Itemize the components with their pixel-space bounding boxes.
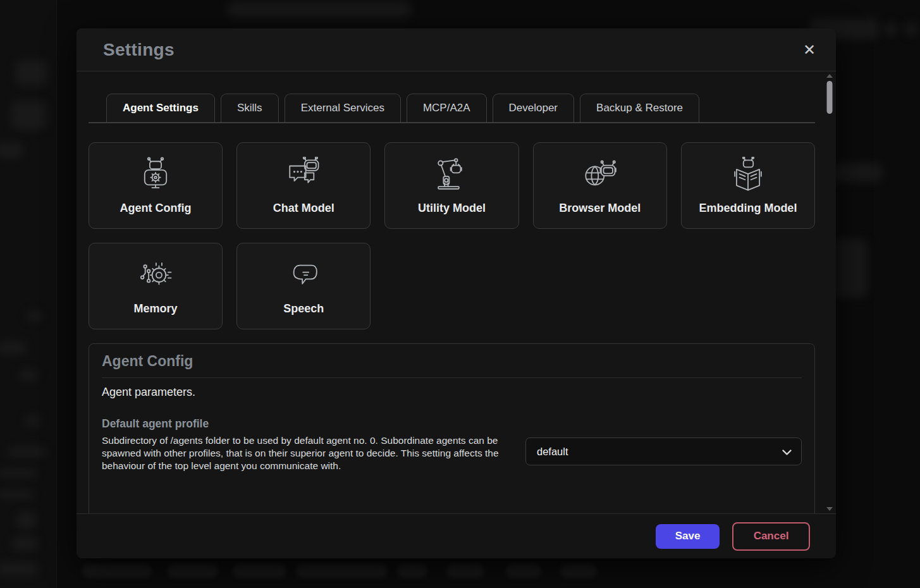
card-utility-model[interactable]: Utility Model [384, 142, 518, 229]
blurred-background-element [0, 142, 23, 158]
modal-scrollbar[interactable] [825, 73, 834, 512]
scrollbar-thumb[interactable] [826, 81, 832, 114]
circuit-gear-icon [137, 257, 174, 297]
blurred-background-element [27, 311, 42, 321]
field-text: Default agent profile Subdirectory of /a… [102, 417, 513, 472]
selected-value: default [537, 446, 568, 458]
modal-body: Agent Settings Skills External Services … [77, 71, 836, 513]
blurred-background-element [8, 448, 47, 456]
tab-external-services[interactable]: External Services [285, 94, 401, 122]
tab-developer[interactable]: Developer [493, 94, 575, 122]
settings-tabs: Agent Settings Skills External Services … [89, 94, 815, 123]
divider [102, 377, 802, 378]
scrollbar-down-arrow-icon[interactable] [826, 507, 833, 511]
blurred-background-element [19, 371, 38, 381]
blurred-background-element [560, 564, 597, 578]
blurred-background-element [16, 512, 35, 529]
blurred-background-element [11, 101, 46, 130]
card-label: Speech [283, 302, 324, 315]
section-subtitle: Agent parameters. [102, 386, 802, 399]
tab-mcp-a2a[interactable]: MCP/A2A [407, 94, 487, 122]
card-browser-model[interactable]: Browser Model [533, 142, 667, 229]
save-button[interactable]: Save [656, 524, 720, 549]
card-embedding-model[interactable]: Embedding Model [681, 142, 815, 229]
field-default-agent-profile: Default agent profile Subdirectory of /a… [102, 417, 802, 472]
agent-robot-gear-icon [137, 157, 174, 196]
blurred-background-element [833, 239, 868, 297]
blurred-background-element [11, 537, 38, 550]
blurred-background-element [82, 564, 152, 578]
tab-skills[interactable]: Skills [221, 94, 279, 122]
card-speech[interactable]: Speech [236, 243, 371, 329]
card-label: Chat Model [273, 202, 334, 215]
card-agent-config[interactable]: Agent Config [89, 142, 223, 229]
default-agent-profile-select[interactable]: default [525, 438, 802, 465]
robot-arm-icon [433, 157, 470, 196]
cancel-button[interactable]: Cancel [732, 522, 810, 551]
field-description: Subdirectory of /agents folder to be use… [102, 434, 513, 472]
settings-cards: Agent Config Chat [89, 142, 815, 329]
modal-header: Settings ✕ [77, 28, 836, 71]
dimmed-sidebar [0, 0, 57, 588]
blurred-background-element [296, 564, 388, 578]
close-icon[interactable]: ✕ [803, 42, 816, 58]
blurred-background-element [506, 564, 541, 578]
blurred-background-element [0, 469, 37, 477]
speech-bubble-icon [285, 257, 322, 297]
blurred-background-element [233, 564, 286, 578]
card-chat-model[interactable]: Chat Model [236, 142, 371, 229]
blurred-background-element [446, 564, 484, 578]
blurred-background-element [884, 23, 898, 35]
card-label: Browser Model [559, 202, 641, 215]
card-memory[interactable]: Memory [89, 243, 223, 329]
scrollbar-up-arrow-icon[interactable] [826, 74, 833, 78]
card-label: Utility Model [418, 202, 486, 215]
card-label: Memory [134, 302, 178, 315]
card-label: Agent Config [120, 202, 192, 215]
blurred-background-element [168, 564, 218, 578]
blurred-background-element [0, 341, 27, 354]
blurred-background-element [0, 563, 38, 575]
chat-bubbles-robot-icon [285, 157, 322, 196]
book-robot-icon [730, 157, 766, 196]
card-label: Embedding Model [699, 202, 797, 215]
app-root: Settings ✕ Agent Settings Skills Externa… [0, 0, 920, 588]
tab-backup-restore[interactable]: Backup & Restore [580, 94, 699, 122]
field-control: default [525, 438, 802, 472]
blurred-background-element [904, 23, 918, 35]
chevron-down-icon [782, 446, 792, 458]
blurred-background-element [0, 491, 33, 498]
blurred-background-element [397, 564, 427, 578]
blurred-background-element [25, 416, 40, 426]
agent-config-section: Agent Config Agent parameters. Default a… [89, 343, 815, 513]
modal-footer: Save Cancel [77, 513, 836, 558]
globe-robot-icon [582, 157, 618, 196]
settings-modal: Settings ✕ Agent Settings Skills Externa… [77, 28, 836, 558]
field-label: Default agent profile [102, 417, 513, 431]
modal-title: Settings [103, 40, 175, 60]
section-title: Agent Config [102, 353, 802, 370]
blurred-background-element [16, 60, 47, 85]
blurred-background-element [228, 1, 411, 18]
tab-agent-settings[interactable]: Agent Settings [106, 94, 215, 122]
